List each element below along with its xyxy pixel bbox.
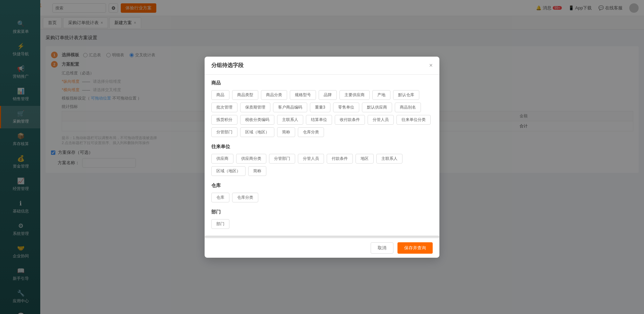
tag-brand[interactable]: 品牌 <box>319 90 337 100</box>
dialog-body: 商品 商品 商品类型 商品分类 规格型号 品牌 主要供应商 产地 默认仓库 批次… <box>205 75 439 236</box>
tag-manage-person[interactable]: 分管人员 <box>298 154 324 164</box>
field-select-dialog: 分组待选字段 × 商品 商品 商品类型 商品分类 规格型号 品牌 主要供应商 产… <box>205 57 439 258</box>
tag-retail-unit[interactable]: 零售单位 <box>333 103 359 112</box>
tag-warehouse-cat[interactable]: 仓库分类 <box>232 193 258 202</box>
dialog-footer: 取消 保存并查询 <box>205 238 439 258</box>
tag-pick-score[interactable]: 拣货积分 <box>211 115 237 125</box>
confirm-button[interactable]: 保存并查询 <box>397 242 433 254</box>
tag-region2[interactable]: 区域（地区） <box>211 166 246 176</box>
tag-dept[interactable]: 分管部门 <box>211 127 237 137</box>
tag-pay-terms[interactable]: 付款条件 <box>327 154 353 164</box>
cancel-button[interactable]: 取消 <box>371 242 393 254</box>
tag-customer-code[interactable]: 客户商品编码 <box>273 103 307 112</box>
tag-main-contact[interactable]: 主联系人 <box>277 115 303 125</box>
party-tags: 供应商 供应商分类 分管部门 分管人员 付款条件 地区 主联系人 区域（地区） … <box>211 154 433 176</box>
tag-short-name2[interactable]: 简称 <box>248 166 266 176</box>
tag-manage-dept[interactable]: 分管部门 <box>269 154 295 164</box>
tag-settlement-unit[interactable]: 结算单位 <box>306 115 332 125</box>
tag-main-contact2[interactable]: 主联系人 <box>376 154 402 164</box>
tag-warehouse[interactable]: 仓库 <box>211 193 229 202</box>
tag-product[interactable]: 商品 <box>211 90 229 100</box>
tag-area[interactable]: 地区 <box>356 154 374 164</box>
warehouse-tags: 仓库 仓库分类 <box>211 193 433 202</box>
section-department: 部门 部门 <box>211 209 433 229</box>
tag-main-supplier[interactable]: 主要供应商 <box>339 90 370 100</box>
department-tags: 部门 <box>211 219 433 229</box>
section-department-title: 部门 <box>211 209 433 215</box>
tag-short-name[interactable]: 简称 <box>277 127 295 137</box>
tag-department[interactable]: 部门 <box>211 219 229 229</box>
tag-supplier[interactable]: 供应商 <box>211 154 233 164</box>
tag-warehouse-category[interactable]: 仓库分类 <box>298 127 324 137</box>
horizontal-scrollbar <box>205 236 439 238</box>
section-party: 往来单位 供应商 供应商分类 分管部门 分管人员 付款条件 地区 主联系人 区域… <box>211 144 433 176</box>
section-product-title: 商品 <box>211 80 433 86</box>
section-party-title: 往来单位 <box>211 144 433 150</box>
dialog-title: 分组待选字段 <box>211 62 244 69</box>
tag-product-alias[interactable]: 商品别名 <box>395 103 421 112</box>
tag-default-warehouse[interactable]: 默认仓库 <box>393 90 419 100</box>
tag-product-type[interactable]: 商品类型 <box>232 90 258 100</box>
h-scroll-thumb[interactable] <box>205 236 439 238</box>
tag-batch-manage[interactable]: 批次管理 <box>211 103 237 112</box>
dialog-close-button[interactable]: × <box>429 62 433 69</box>
tag-party-category[interactable]: 往来单位分类 <box>396 115 431 125</box>
tag-product-category[interactable]: 商品分类 <box>261 90 287 100</box>
product-tags: 商品 商品类型 商品分类 规格型号 品牌 主要供应商 产地 默认仓库 批次管理 … <box>211 90 433 137</box>
modal-overlay: 分组待选字段 × 商品 商品 商品类型 商品分类 规格型号 品牌 主要供应商 产… <box>0 0 644 314</box>
dialog-header: 分组待选字段 × <box>205 57 439 75</box>
tag-origin[interactable]: 产地 <box>372 90 390 100</box>
tag-weight3[interactable]: 重量3 <box>310 103 330 112</box>
tag-supplier-category[interactable]: 供应商分类 <box>236 154 266 164</box>
section-warehouse-title: 仓库 <box>211 183 433 189</box>
tag-default-supplier[interactable]: 默认供应商 <box>362 103 392 112</box>
tag-region[interactable]: 区域（地区） <box>240 127 274 137</box>
tag-manager[interactable]: 分管人员 <box>368 115 394 125</box>
tag-spec-model[interactable]: 规格型号 <box>290 90 316 100</box>
section-product: 商品 商品 商品类型 商品分类 规格型号 品牌 主要供应商 产地 默认仓库 批次… <box>211 80 433 137</box>
tag-tax-code[interactable]: 税收分类编码 <box>240 115 274 125</box>
section-warehouse: 仓库 仓库 仓库分类 <box>211 183 433 202</box>
tag-shelf-life[interactable]: 保质期管理 <box>240 103 270 112</box>
tag-payment-terms[interactable]: 收付款条件 <box>335 115 365 125</box>
